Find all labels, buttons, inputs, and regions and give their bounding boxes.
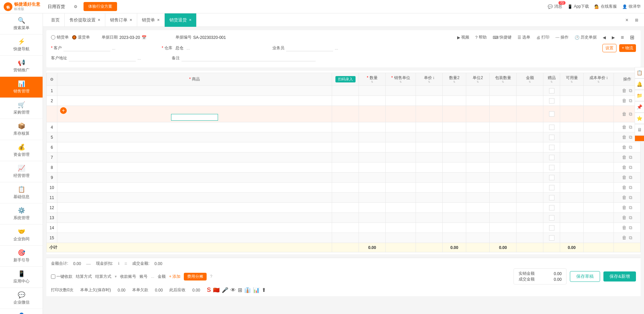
column-settings-icon[interactable]: ⚙ (50, 77, 54, 82)
row-amount-15[interactable] (517, 233, 543, 243)
view-list-btn[interactable]: ≡ (619, 34, 626, 41)
sidebar-item-8[interactable]: 📋基础信息 (0, 182, 43, 203)
row-price-3[interactable] (416, 106, 443, 122)
history-btn[interactable]: 🕐 历史单据 (573, 34, 598, 41)
unit2-sort[interactable]: ⇅ (469, 81, 487, 83)
rq-star[interactable]: ⭐ (635, 113, 644, 124)
save-new-btn[interactable]: 保存&新增 (603, 271, 636, 281)
row-qty-15[interactable] (359, 233, 386, 243)
row-price-2[interactable] (416, 96, 443, 106)
row-qty2-3[interactable] (443, 106, 466, 122)
row-copy-3[interactable]: ⧉ (628, 111, 633, 118)
row-unit-13[interactable] (386, 213, 416, 223)
row-qty-12[interactable] (359, 203, 386, 213)
row-qty2-12[interactable] (443, 203, 466, 213)
row-gift-11[interactable] (543, 193, 560, 203)
account-dots[interactable]: ... (151, 274, 154, 279)
gift-checkbox-4[interactable] (549, 125, 554, 130)
view-grid-btn[interactable]: ⊞ (628, 34, 636, 41)
row-packqty-6[interactable] (490, 142, 517, 152)
row-qty-9[interactable] (359, 173, 386, 183)
row-qty-1[interactable] (359, 86, 386, 96)
add-row-btn[interactable]: + 添加 (169, 274, 180, 279)
row-qty2-7[interactable] (443, 152, 466, 163)
row-available-7[interactable] (560, 152, 584, 163)
row-costprice-8[interactable] (584, 163, 614, 173)
message-btn[interactable]: 💬 消息 70 (548, 4, 562, 9)
row-copy-7[interactable]: ⧉ (628, 154, 633, 161)
shortcut-btn[interactable]: ⌨ 快捷键 (491, 34, 513, 41)
rq-bell[interactable]: 🔔 (635, 78, 644, 90)
gift-checkbox-15[interactable] (549, 235, 554, 241)
rq-active[interactable] (635, 135, 644, 141)
row-gift-9[interactable] (543, 173, 560, 183)
top-nav-dailygoods[interactable]: 日用百货 (44, 2, 69, 11)
row-costprice-6[interactable] (584, 142, 614, 152)
tab-0[interactable]: 首页 (46, 13, 65, 27)
row-unit-15[interactable] (386, 233, 416, 243)
sidebar-item-7[interactable]: 📈经营管理 (0, 161, 43, 182)
row-delete-6[interactable]: 🗑 (621, 144, 627, 150)
row-unit2-4[interactable] (466, 122, 490, 132)
row-delete-8[interactable]: 🗑 (621, 164, 627, 171)
tab-4[interactable]: 销货退货✕ (165, 13, 197, 27)
row-available-11[interactable] (560, 193, 584, 203)
row-amount-14[interactable] (517, 223, 543, 233)
row-gift-12[interactable] (543, 203, 560, 213)
rq-screen[interactable]: 🖥 (635, 124, 644, 135)
row-unit2-10[interactable] (466, 183, 490, 193)
row-product-12[interactable] (57, 203, 332, 213)
row-qty-11[interactable] (359, 193, 386, 203)
available-sort[interactable]: ⇅ (563, 81, 581, 83)
top-nav-settings-icon[interactable]: ⚙ (71, 2, 80, 11)
row-gift-4[interactable] (543, 122, 560, 132)
row-unit-3[interactable] (386, 106, 416, 122)
row-packqty-14[interactable] (490, 223, 517, 233)
row-qty-5[interactable] (359, 132, 386, 142)
settings-config-btn[interactable]: 设置 (602, 44, 616, 52)
row-price-12[interactable] (416, 203, 443, 213)
address-input[interactable] (69, 55, 136, 61)
row-gift-7[interactable] (543, 152, 560, 163)
tab-1[interactable]: 售价提取设置✕ (65, 13, 105, 27)
row-available-6[interactable] (560, 142, 584, 152)
sidebar-item-3[interactable]: 📊销售管理 (0, 77, 43, 98)
row-price-14[interactable] (416, 223, 443, 233)
radio-sale-label[interactable]: 销货单 (51, 35, 69, 40)
select-btn[interactable]: ☰ 选单 (516, 34, 532, 41)
row-delete-2[interactable]: 🗑 (621, 97, 627, 104)
row-unit-11[interactable] (386, 193, 416, 203)
scan-enter-btn[interactable]: 扫码录入 (335, 76, 356, 82)
row-copy-5[interactable]: ⧉ (628, 134, 633, 141)
row-product-15[interactable] (57, 233, 332, 243)
warehouse-dots[interactable]: ... (186, 46, 190, 51)
sidebar-item-11[interactable]: 🎯新手引导 (0, 246, 43, 267)
row-amount-5[interactable] (517, 132, 543, 142)
operate-btn[interactable]: ⋯ 操作 (554, 34, 570, 41)
row-delete-3[interactable]: 🗑 (621, 111, 627, 117)
customer-input[interactable] (63, 45, 110, 51)
row-costprice-4[interactable] (584, 122, 614, 132)
row-packqty-7[interactable] (490, 152, 517, 163)
row-price-1[interactable] (416, 86, 443, 96)
gift-checkbox-9[interactable] (549, 175, 554, 180)
row-qty2-9[interactable] (443, 173, 466, 183)
row-product-10[interactable] (57, 183, 332, 193)
fee-split-btn[interactable]: 费用分摊 (184, 273, 207, 280)
gift-checkbox-10[interactable] (549, 185, 554, 190)
row-available-1[interactable] (560, 86, 584, 96)
row-delete-1[interactable]: 🗑 (621, 87, 627, 94)
row-unit-4[interactable] (386, 122, 416, 132)
row-product-9[interactable] (57, 173, 332, 183)
row-gift-3[interactable] (543, 106, 560, 122)
radio-sale-input[interactable] (51, 35, 55, 40)
gift-checkbox-13[interactable] (549, 215, 554, 221)
nav-prev-btn[interactable]: ◀ (601, 35, 607, 41)
row-delete-14[interactable]: 🗑 (621, 224, 627, 231)
maximize-tab-btn[interactable]: ⊞ (633, 16, 641, 24)
row-price-9[interactable] (416, 173, 443, 183)
nav-next-btn[interactable]: ▶ (610, 35, 616, 41)
row-available-9[interactable] (560, 173, 584, 183)
row-copy-15[interactable]: ⧉ (628, 234, 633, 241)
row-product-3[interactable]: + (57, 106, 332, 122)
